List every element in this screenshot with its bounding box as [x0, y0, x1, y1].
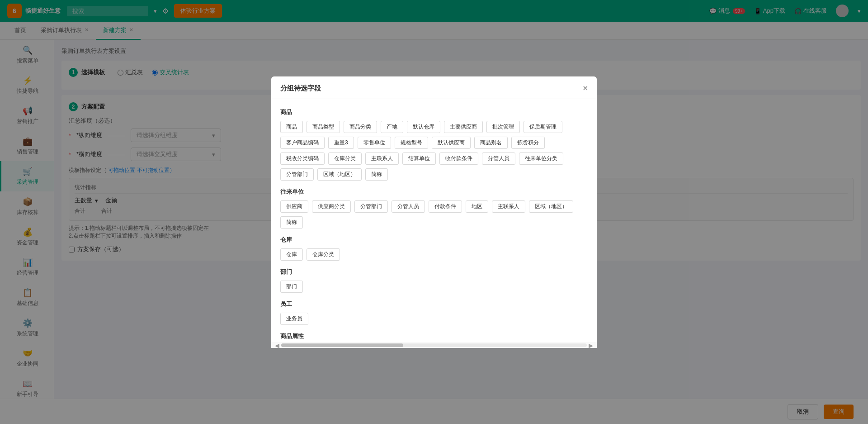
tag-goods-15[interactable]: 税收分类编码 [280, 152, 325, 165]
tag-goods-16[interactable]: 仓库分类 [328, 152, 362, 165]
tag-goods-2[interactable]: 商品分类 [344, 121, 377, 133]
tag-goods-8[interactable]: 客户商品编码 [280, 137, 325, 149]
tag-goods-4[interactable]: 默认仓库 [407, 121, 440, 133]
tag-department-0[interactable]: 部门 [280, 281, 303, 293]
tag-goods-23[interactable]: 区域（地区） [317, 168, 362, 181]
section-warehouse-title: 仓库 [280, 236, 588, 244]
tag-partner-3[interactable]: 分管人员 [392, 200, 425, 213]
tag-employee-0[interactable]: 业务员 [280, 313, 308, 325]
tag-partner-7[interactable]: 区域（地区） [529, 200, 573, 213]
tag-goods-17[interactable]: 主联系人 [365, 152, 399, 165]
section-warehouse: 仓库 仓库 仓库分类 [280, 236, 588, 261]
section-employee-title: 员工 [280, 300, 588, 308]
hscroll-handle[interactable] [281, 343, 403, 347]
section-partner: 往来单位 供应商 供应商分类 分管部门 分管人员 付款条件 地区 主联系人 区域… [280, 188, 588, 229]
section-goods-attr: 商品属性 属性 颜色 多规格 尺码 鞋码 1 [280, 332, 588, 343]
tag-goods-14[interactable]: 拣货积分 [511, 137, 545, 149]
tag-goods-9[interactable]: 重量3 [328, 137, 354, 149]
section-department-tags: 部门 [280, 281, 588, 293]
tag-goods-11[interactable]: 规格型号 [395, 137, 428, 149]
section-goods: 商品 商品 商品类型 商品分类 产地 默认仓库 主要供应商 批次管理 保质期管理… [280, 108, 588, 181]
tag-goods-21[interactable]: 往来单位分类 [519, 152, 563, 165]
modal: 分组待选字段 × 商品 商品 商品类型 商品分类 产地 默认仓库 主要供应商 批… [271, 76, 597, 348]
modal-header: 分组待选字段 × [271, 76, 597, 99]
tag-partner-1[interactable]: 供应商分类 [312, 200, 351, 213]
tag-goods-20[interactable]: 分管人员 [482, 152, 515, 165]
section-department-title: 部门 [280, 268, 588, 276]
section-employee: 员工 业务员 [280, 300, 588, 325]
tag-partner-2[interactable]: 分管部门 [354, 200, 388, 213]
modal-close-btn[interactable]: × [583, 84, 588, 93]
tag-goods-5[interactable]: 主要供应商 [444, 121, 483, 133]
hscroll-right-arrow[interactable]: ▶ [589, 342, 593, 349]
hscroll-track[interactable] [281, 343, 587, 347]
modal-title: 分组待选字段 [280, 84, 321, 93]
section-warehouse-tags: 仓库 仓库分类 [280, 248, 588, 261]
tag-goods-10[interactable]: 零售单位 [358, 137, 391, 149]
section-goods-attr-title: 商品属性 [280, 332, 588, 340]
section-partner-tags: 供应商 供应商分类 分管部门 分管人员 付款条件 地区 主联系人 区域（地区） … [280, 200, 588, 229]
tag-goods-1[interactable]: 商品类型 [307, 121, 340, 133]
tag-goods-24[interactable]: 简称 [365, 168, 388, 181]
section-department: 部门 部门 [280, 268, 588, 293]
tag-goods-22[interactable]: 分管部门 [280, 168, 314, 181]
modal-body[interactable]: 商品 商品 商品类型 商品分类 产地 默认仓库 主要供应商 批次管理 保质期管理… [271, 99, 597, 343]
modal-overlay: 分组待选字段 × 商品 商品 商品类型 商品分类 产地 默认仓库 主要供应商 批… [0, 0, 868, 424]
tag-goods-12[interactable]: 默认供应商 [432, 137, 471, 149]
tag-partner-6[interactable]: 主联系人 [492, 200, 525, 213]
modal-horizontal-scrollbar[interactable]: ◀ ▶ [271, 343, 597, 348]
tag-goods-19[interactable]: 收付款条件 [439, 152, 478, 165]
section-goods-tags: 商品 商品类型 商品分类 产地 默认仓库 主要供应商 批次管理 保质期管理 客户… [280, 121, 588, 181]
tag-warehouse-0[interactable]: 仓库 [280, 248, 303, 261]
tag-goods-0[interactable]: 商品 [280, 121, 303, 133]
tag-goods-6[interactable]: 批次管理 [486, 121, 520, 133]
tag-goods-7[interactable]: 保质期管理 [524, 121, 562, 133]
tag-partner-8[interactable]: 简称 [280, 216, 303, 229]
hscroll-left-arrow[interactable]: ◀ [275, 342, 279, 349]
tag-partner-0[interactable]: 供应商 [280, 200, 308, 213]
tag-goods-3[interactable]: 产地 [381, 121, 403, 133]
tag-partner-5[interactable]: 地区 [466, 200, 488, 213]
tag-goods-18[interactable]: 结算单位 [402, 152, 436, 165]
tag-goods-13[interactable]: 商品别名 [474, 137, 508, 149]
tag-partner-4[interactable]: 付款条件 [429, 200, 462, 213]
section-partner-title: 往来单位 [280, 188, 588, 196]
section-employee-tags: 业务员 [280, 313, 588, 325]
section-goods-title: 商品 [280, 108, 588, 116]
tag-warehouse-1[interactable]: 仓库分类 [307, 248, 340, 261]
